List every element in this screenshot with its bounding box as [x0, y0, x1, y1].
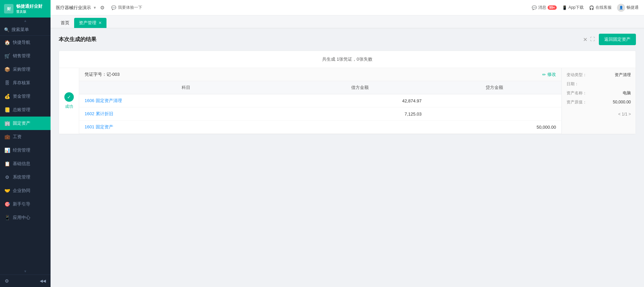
- voucher-right-panel: 变动类型： 资产清理 日期： 资产名称： 电脑 资产原值： 50,000.00: [561, 68, 636, 134]
- change-type-label: 变动类型：: [566, 72, 587, 78]
- logo-text: 畅捷通好业财 普及版: [16, 4, 42, 14]
- message-button[interactable]: 💬 消息 99+: [532, 5, 557, 10]
- asset-name-label: 资产名称：: [566, 90, 587, 96]
- col-subject: 科目: [79, 81, 293, 94]
- voucher-status: ✓ 成功: [59, 68, 79, 134]
- page-content: 本次生成的结果 ✕ ⛶ 返回固定资产 共生成 1张凭证，0张失败 ✓ 成功: [51, 28, 644, 287]
- prev-page-button[interactable]: <: [618, 112, 621, 117]
- change-type-value: 资产清理: [615, 72, 631, 78]
- original-value-label: 资产原值：: [566, 99, 587, 105]
- voucher-section: ✓ 成功 凭证字号：记-003 ✏ 修改: [59, 68, 636, 134]
- panel-close-button[interactable]: ✕: [583, 36, 587, 43]
- voucher-number: 凭证字号：记-003: [85, 71, 120, 77]
- company-dropdown-button[interactable]: ▾: [94, 5, 96, 10]
- enterprise-icon: 🤝: [4, 188, 10, 193]
- sidebar-item-salary[interactable]: 💼 工资: [0, 130, 51, 144]
- table-row: 1601 固定资产 50,000.00: [79, 121, 561, 134]
- next-page-button[interactable]: >: [628, 112, 631, 117]
- user-avatar: 👤: [617, 4, 625, 12]
- scroll-up-arrow[interactable]: ▲: [23, 18, 28, 23]
- search-menu-item[interactable]: 🔍 搜索菜单: [0, 24, 51, 36]
- guide-icon: 🎯: [4, 201, 10, 207]
- back-to-fixed-assets-button[interactable]: 返回固定资产: [599, 34, 636, 45]
- top-header: 医疗器械行业演示 ▾ ⚙ 💬 我要体验一下 💬 消息 99+ 📱 App下载 🎧…: [51, 0, 644, 15]
- scroll-down-arrow[interactable]: ▼: [23, 269, 28, 274]
- voucher-table: 科目 借方金额 贷方金额 1606 固定资产清理 42,874.97: [79, 81, 561, 134]
- credit-1601: 50,000.00: [427, 121, 561, 134]
- settings-bottom-icon[interactable]: ⚙: [5, 278, 9, 284]
- voucher-header: 凭证字号：记-003 ✏ 修改: [79, 68, 561, 81]
- sidebar-item-inventory[interactable]: 🗄 库存核算: [0, 76, 51, 90]
- quick-nav-icon: 🏠: [4, 40, 10, 45]
- asset-name-value: 电脑: [623, 90, 631, 96]
- main-area: 医疗器械行业演示 ▾ ⚙ 💬 我要体验一下 💬 消息 99+ 📱 App下载 🎧…: [51, 0, 644, 287]
- system-icon: ⚙: [4, 174, 10, 180]
- sidebar-item-app-center[interactable]: 📱 应用中心: [0, 211, 51, 224]
- col-credit: 贷方金额: [427, 81, 561, 94]
- date-label: 日期：: [566, 81, 579, 87]
- subject-1606: 1606 固定资产清理: [79, 94, 293, 107]
- result-panel: 共生成 1张凭证，0张失败 ✓ 成功 凭证字号：记-003 ✏ 修改: [59, 51, 636, 134]
- tab-asset-mgmt[interactable]: 资产管理 ✕: [74, 18, 106, 28]
- user-profile[interactable]: 👤 畅捷通: [617, 4, 639, 12]
- sidebar-item-enterprise[interactable]: 🤝 企业协同: [0, 184, 51, 197]
- collapse-sidebar-button[interactable]: ◀◀: [40, 279, 46, 283]
- debit-1602: 7,125.03: [293, 107, 427, 121]
- online-service-icon: 🎧: [589, 5, 594, 10]
- sidebar-item-ledger[interactable]: 📒 总账管理: [0, 103, 51, 117]
- tab-close-icon[interactable]: ✕: [98, 21, 102, 25]
- sales-icon: 🛒: [4, 53, 10, 59]
- online-service-button[interactable]: 🎧 在线客服: [589, 5, 612, 10]
- asset-name-row: 资产名称： 电脑: [566, 90, 631, 96]
- success-icon: ✓: [64, 92, 74, 102]
- page-title: 本次生成的结果: [59, 36, 96, 43]
- sidebar-bottom: ⚙ ◀◀: [0, 275, 51, 287]
- tab-home[interactable]: 首页: [56, 18, 74, 28]
- panel-expand-button[interactable]: ⛶: [590, 36, 595, 43]
- sidebar-item-purchase[interactable]: 📦 采购管理: [0, 63, 51, 76]
- salary-icon: 💼: [4, 134, 10, 139]
- subject-1601: 1601 固定资产: [79, 121, 293, 134]
- message-badge: 99+: [548, 5, 557, 10]
- edit-icon: ✏: [542, 72, 546, 77]
- fixed-assets-icon: 🏢: [4, 121, 10, 126]
- company-name: 医疗器械行业演示: [56, 5, 91, 11]
- table-row: 1602 累计折旧 7,125.03: [79, 107, 561, 121]
- original-value-row: 资产原值： 50,000.00: [566, 99, 631, 105]
- subject-1602: 1602 累计折旧: [79, 107, 293, 121]
- sidebar-nav: 🛒 销售管理 📦 采购管理 🗄 库存核算 💰 资金管理 📒 总账管理 🏢 固定资…: [0, 49, 51, 268]
- date-row: 日期：: [566, 81, 631, 87]
- sidebar-item-fund[interactable]: 💰 资金管理: [0, 90, 51, 103]
- header-left: 医疗器械行业演示 ▾ ⚙ 💬 我要体验一下: [56, 5, 142, 11]
- sidebar-item-operation[interactable]: 📊 经营管理: [0, 144, 51, 157]
- credit-1606: [427, 94, 561, 107]
- sidebar-item-quick-nav[interactable]: 🏠 快捷导航: [0, 36, 51, 49]
- header-settings-icon[interactable]: ⚙: [100, 5, 104, 11]
- sidebar: 财 畅捷通好业财 普及版 ▲ 🔍 搜索菜单 🏠 快捷导航 🛒 销售管理 📦 采购…: [0, 0, 51, 287]
- tab-bar: 首页 资产管理 ✕: [51, 15, 644, 28]
- ledger-icon: 📒: [4, 107, 10, 113]
- app-download-button[interactable]: 📱 App下载: [562, 5, 584, 10]
- page-header: 本次生成的结果 ✕ ⛶ 返回固定资产: [59, 34, 636, 45]
- basic-info-icon: 📋: [4, 161, 10, 166]
- sidebar-item-basic-info[interactable]: 📋 基础信息: [0, 157, 51, 170]
- operation-icon: 📊: [4, 148, 10, 153]
- search-icon: 🔍: [4, 27, 9, 32]
- edit-voucher-button[interactable]: ✏ 修改: [542, 71, 556, 77]
- sidebar-item-fixed-assets[interactable]: 🏢 固定资产: [0, 117, 51, 130]
- credit-1602: [427, 107, 561, 121]
- pagination[interactable]: < 1/1 >: [566, 108, 631, 117]
- app-center-icon: 📱: [4, 215, 10, 220]
- change-type-row: 变动类型： 资产清理: [566, 72, 631, 78]
- debit-1601: [293, 121, 427, 134]
- app-download-icon: 📱: [562, 5, 567, 10]
- original-value-value: 50,000.00: [613, 100, 631, 104]
- fund-icon: 💰: [4, 94, 10, 99]
- header-right: 💬 消息 99+ 📱 App下载 🎧 在线客服 👤 畅捷通: [532, 4, 639, 12]
- sidebar-item-guide[interactable]: 🎯 新手引导: [0, 197, 51, 211]
- sidebar-item-sales[interactable]: 🛒 销售管理: [0, 49, 51, 63]
- debit-1606: 42,874.97: [293, 94, 427, 107]
- status-label: 成功: [65, 104, 73, 109]
- sidebar-item-system[interactable]: ⚙ 系统管理: [0, 170, 51, 184]
- experience-button[interactable]: 💬 我要体验一下: [111, 5, 142, 10]
